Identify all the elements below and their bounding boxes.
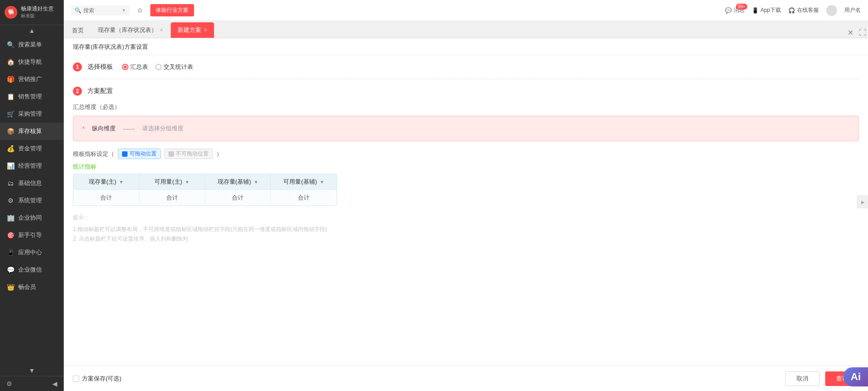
sidebar-item-quick-nav[interactable]: 🏠 快捷导航 <box>0 53 64 71</box>
sidebar-item-sales[interactable]: 📋 销售管理 <box>0 88 64 105</box>
app-version: 标准版 <box>21 13 54 19</box>
inventory-tab-close[interactable]: × <box>160 27 163 33</box>
online-service-button[interactable]: 🎧 在线客服 <box>788 6 819 14</box>
settings-button[interactable]: ⚙ <box>6 380 12 387</box>
window-close-button[interactable]: ✕ <box>846 27 855 38</box>
sidebar-scroll-up[interactable]: ▲ <box>0 25 64 36</box>
new-plan-tab-close[interactable]: × <box>204 27 207 33</box>
hint-box: 提示： 1.拖动标题栏可以调整布局，不可跨维度或指标区域拖动栏目字段(只能在同一… <box>73 213 859 244</box>
required-star: * <box>82 125 85 132</box>
dimension-box: * 纵向维度 —— 请选择分组维度 <box>73 116 859 141</box>
table-data-row: 合计 合计 合计 合计 <box>73 190 337 206</box>
inventory-tab-label: 现存量（库存状况表） <box>98 26 157 34</box>
sidebar-item-operations[interactable]: 📊 经营管理 <box>0 157 64 175</box>
step1-row: 1 选择模板 汇总表 交叉统计表 <box>73 62 859 72</box>
search-box[interactable]: 🔍 ▼ <box>71 5 130 15</box>
username: 用户名 <box>844 6 861 14</box>
col0-sub: 合计 <box>100 194 112 202</box>
sidebar-item-basic-info[interactable]: 🗂 基础信息 <box>0 175 64 192</box>
download-icon: 📱 <box>752 7 759 14</box>
system-icon: ⚙ <box>6 196 15 205</box>
inventory-icon: 📦 <box>6 127 15 135</box>
col2-sub: 合计 <box>232 194 244 202</box>
step1-badge: 1 <box>73 62 82 72</box>
window-expand-button[interactable]: ⛶ <box>857 28 868 38</box>
sidebar-item-purchase[interactable]: 🛒 采购管理 <box>0 105 64 123</box>
search-input[interactable] <box>83 7 120 14</box>
save-checkbox[interactable] <box>73 376 79 382</box>
non-draggable-icon <box>168 151 174 157</box>
dimension-placeholder[interactable]: 请选择分组维度 <box>142 124 184 133</box>
tab-inventory[interactable]: 现存量（库存状况表） × <box>91 22 170 38</box>
table-data-cell-0: 合计 <box>73 190 139 206</box>
radio-crosstab-circle <box>155 64 162 70</box>
ai-badge[interactable]: Ai <box>843 367 868 386</box>
radio-crosstab-label: 交叉统计表 <box>163 63 193 71</box>
sidebar-item-marketing[interactable]: 🎁 营销推广 <box>0 71 64 88</box>
collapse-sidebar-button[interactable]: ◀ <box>52 380 57 387</box>
sidebar-item-enterprise-wechat[interactable]: 💬 企业微信 <box>0 261 64 278</box>
step1-label: 选择模板 <box>87 63 113 71</box>
basic-info-icon: 🗂 <box>6 179 15 187</box>
table-data-cell-2: 合计 <box>205 190 271 206</box>
radio-summary[interactable]: 汇总表 <box>122 63 148 71</box>
sidebar-item-label: 企业微信 <box>18 266 42 274</box>
table-header-cell-2[interactable]: 现存量(基辅) ▼ <box>205 174 271 190</box>
sidebar-item-app-center[interactable]: 📱 应用中心 <box>0 244 64 261</box>
right-panel-toggle[interactable]: ▶ <box>857 196 868 209</box>
sidebar-scroll-down[interactable]: ▼ <box>0 365 64 376</box>
col0-chevron: ▼ <box>119 180 123 185</box>
user-avatar[interactable] <box>826 5 837 16</box>
sidebar-item-inventory[interactable]: 📦 库存核算 <box>0 123 64 140</box>
draggable-icon <box>122 151 128 157</box>
table-header-row: 现存量(主) ▼ 可用量(主) ▼ 现存量(基辅) ▼ <box>73 174 337 190</box>
indicator-settings-text: 模板指标设定（ <box>73 150 114 158</box>
table-data-cell-1: 合计 <box>139 190 205 206</box>
gear-icon[interactable]: ⚙ <box>135 5 145 16</box>
non-draggable-label: 不可拖动位置 <box>176 150 209 158</box>
app-name: 畅康通好生意 <box>21 5 54 13</box>
sidebar-item-enterprise[interactable]: 🏢 企业协同 <box>0 209 64 226</box>
radio-crosstab[interactable]: 交叉统计表 <box>155 63 193 71</box>
table-header-cell-0[interactable]: 现存量(主) ▼ <box>73 174 139 190</box>
new-guide-icon: 🎯 <box>6 231 15 239</box>
app-center-icon: 📱 <box>6 248 15 257</box>
sidebar-item-finance[interactable]: 💰 资金管理 <box>0 140 64 157</box>
tab-new-plan[interactable]: 新建方案 × <box>171 22 214 38</box>
hint-2: 2. 点击标题栏下拉可设置排序、插入列和删除列 <box>73 234 859 244</box>
page-header: 现存量(库存状况表)方案设置 <box>64 38 868 55</box>
sidebar-item-label: 快捷导航 <box>18 58 42 66</box>
operations-icon: 📊 <box>6 162 15 170</box>
messages-badge: 99+ <box>736 4 747 10</box>
messages-button[interactable]: 💬 消息 99+ <box>725 6 745 14</box>
divider-1 <box>73 79 859 79</box>
sidebar-item-label: 搜索菜单 <box>18 41 42 49</box>
topbar-right: 💬 消息 99+ 📱 App下载 🎧 在线客服 用户名 <box>725 5 861 16</box>
table-data-cell-3: 合计 <box>271 190 337 206</box>
dimension-dash: —— <box>123 125 135 132</box>
sidebar-item-label: 新手引导 <box>18 231 42 239</box>
sidebar-item-label: 资金管理 <box>18 144 42 153</box>
sidebar-item-label: 系统管理 <box>18 196 42 205</box>
sidebar-nav: 🔍 搜索菜单 🏠 快捷导航 🎁 营销推广 📋 销售管理 🛒 采购管理 📦 库存核… <box>0 36 64 365</box>
sidebar-item-new-guide[interactable]: 🎯 新手引导 <box>0 226 64 244</box>
sidebar-item-search-menu[interactable]: 🔍 搜索菜单 <box>0 36 64 53</box>
save-option[interactable]: 方案保存(可选) <box>73 375 122 383</box>
search-icon: 🔍 <box>75 7 82 14</box>
footer-bar: 方案保存(可选) 取消 查询 <box>64 365 868 391</box>
search-chevron-icon: ▼ <box>122 8 126 13</box>
cancel-button[interactable]: 取消 <box>785 371 820 386</box>
sidebar-item-system[interactable]: ⚙ 系统管理 <box>0 192 64 209</box>
table-header-cell-3[interactable]: 可用量(基辅) ▼ <box>271 174 337 190</box>
col1-chevron: ▼ <box>185 180 189 185</box>
sales-icon: 📋 <box>6 93 15 101</box>
tab-home[interactable]: 首页 <box>66 23 90 38</box>
col2-label: 现存量(基辅) <box>218 178 251 186</box>
sidebar: 畅 畅康通好生意 标准版 ▲ 🔍 搜索菜单 🏠 快捷导航 🎁 营销推广 📋 销售… <box>0 0 64 391</box>
sidebar-item-member[interactable]: 👑 畅会员 <box>0 278 64 296</box>
radio-summary-label: 汇总表 <box>130 63 148 71</box>
cta-button[interactable]: 体验行业方案 <box>150 4 194 16</box>
app-download-button[interactable]: 📱 App下载 <box>752 6 781 14</box>
table-header-cell-1[interactable]: 可用量(主) ▼ <box>139 174 205 190</box>
col3-sub: 合计 <box>298 194 310 202</box>
